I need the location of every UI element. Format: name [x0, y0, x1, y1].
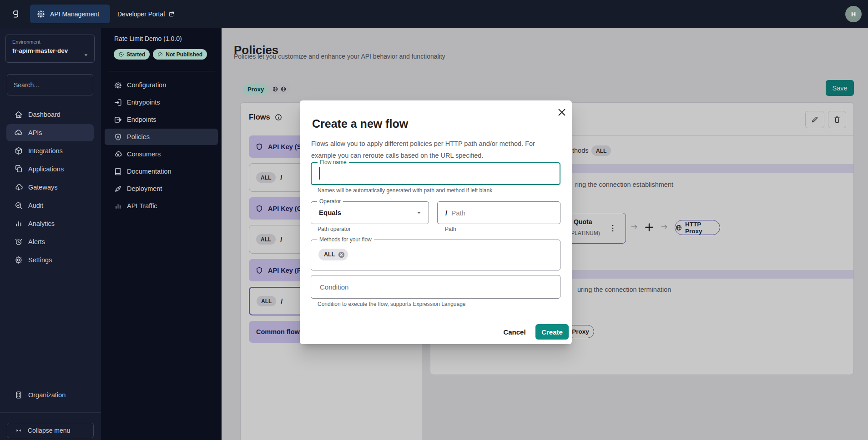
dialog-title: Create a new flow: [312, 117, 408, 130]
path-field: /: [437, 201, 560, 224]
product-label: Developer Portal: [117, 10, 165, 18]
sb-item-organization[interactable]: Organization: [0, 386, 101, 404]
sb-item-audit[interactable]: Audit: [0, 196, 101, 215]
remove-method-icon[interactable]: [338, 251, 345, 259]
divider: [0, 412, 101, 413]
gravitee-logo-icon[interactable]: [7, 5, 25, 23]
notifications-bell-icon[interactable]: [827, 9, 836, 19]
status-badge-not-published: Not Published: [153, 49, 207, 60]
sidebar-nav: DashboardAPIsIntegrationsApplicationsGat…: [0, 105, 101, 269]
environment-select[interactable]: Environment fr-apim-master-dev: [5, 35, 95, 63]
nav-label: Configuration: [127, 81, 166, 89]
api-item-endpoints[interactable]: Endpoints: [101, 111, 222, 128]
apps-icon: [14, 165, 23, 174]
nav-label: API Traffic: [127, 202, 157, 210]
chevron-down-icon: [415, 209, 423, 217]
api-item-api-traffic[interactable]: API Traffic: [101, 197, 222, 215]
sb-item-integrations[interactable]: Integrations: [0, 142, 101, 160]
nav-label: Policies: [127, 133, 150, 140]
sb-item-alerts[interactable]: Alerts: [0, 233, 101, 251]
badge-label: Started: [126, 51, 145, 58]
sidebar-search: [7, 74, 93, 95]
cancel-button[interactable]: Cancel: [499, 324, 530, 340]
consumers-icon: [114, 150, 122, 159]
book-icon: [114, 167, 122, 176]
sidebar-footer-nav: Organization: [0, 386, 101, 404]
sb-item-dashboard[interactable]: Dashboard: [0, 105, 101, 124]
api-item-configuration[interactable]: Configuration: [101, 76, 222, 94]
rocket-icon: [114, 185, 122, 193]
nav-label: Dashboard: [28, 111, 61, 118]
bars-icon: [114, 202, 122, 210]
divider: [0, 378, 101, 378]
gear-icon: [14, 255, 23, 265]
product-label: API Management: [50, 10, 99, 18]
api-title: Rate Limit Demo (1.0.0): [114, 35, 182, 42]
api-item-policies[interactable]: Policies: [101, 128, 222, 145]
path-input[interactable]: [450, 209, 537, 217]
sb-item-apis[interactable]: APIs: [0, 124, 101, 142]
path-prefix: /: [445, 209, 447, 217]
nav-label: Deployment: [127, 185, 162, 192]
api-menu: Rate Limit Demo (1.0.0) StartedNot Publi…: [101, 28, 222, 440]
building-icon: [14, 390, 23, 400]
nav-label: APIs: [28, 129, 42, 136]
nav-label: Endpoints: [127, 116, 156, 123]
operator-select[interactable]: Operator Equals: [311, 201, 429, 224]
audit-icon: [14, 201, 23, 210]
cloud-icon: [14, 128, 23, 137]
condition-field: [311, 275, 560, 299]
nav-label: Integrations: [28, 147, 63, 155]
sb-item-applications[interactable]: Applications: [0, 160, 101, 178]
nav-label: Analytics: [28, 220, 55, 227]
operator-label: Operator: [317, 198, 343, 205]
environment-label: Environment: [12, 39, 88, 45]
close-icon[interactable]: [556, 106, 568, 118]
api-status-badges: StartedNot Published: [114, 49, 207, 60]
condition-input[interactable]: [319, 280, 551, 293]
exit-icon: [114, 115, 122, 124]
dialog-description: Flows allow you to apply different polic…: [311, 138, 552, 161]
tab-api-management[interactable]: API Management: [30, 5, 110, 23]
nav-label: Applications: [28, 165, 64, 173]
nav-label: Settings: [28, 256, 52, 264]
create-button[interactable]: Create: [535, 324, 569, 340]
badge-label: Not Published: [166, 51, 202, 58]
nav-label: Audit: [28, 202, 43, 209]
api-item-deployment[interactable]: Deployment: [101, 180, 222, 197]
gear-icon: [114, 81, 122, 90]
operator-helper: Path operator: [318, 226, 351, 232]
playc-icon: [118, 51, 124, 57]
entry-icon: [114, 98, 122, 107]
create-flow-dialog: Create a new flow Flows allow you to app…: [300, 100, 572, 344]
top-bar: API Management Developer Portal H: [0, 0, 868, 28]
nav-label: Organization: [28, 391, 66, 399]
cube-icon: [14, 146, 23, 155]
home-icon: [14, 110, 23, 119]
path-helper: Path: [445, 226, 456, 232]
collapse-label: Collapse menu: [28, 427, 70, 434]
search-input[interactable]: [13, 81, 97, 89]
condition-helper: Condition to execute the flow, supports …: [318, 301, 466, 307]
methods-field[interactable]: Methods for your flow ALL: [311, 240, 560, 270]
sb-item-gateways[interactable]: Gateways: [0, 178, 101, 196]
nav-label: Alerts: [28, 238, 45, 245]
method-chip: ALL: [318, 249, 348, 260]
nav-label: Consumers: [127, 150, 161, 158]
avatar[interactable]: H: [845, 6, 862, 22]
nav-label: Documentation: [127, 168, 172, 175]
api-item-documentation[interactable]: Documentation: [101, 163, 222, 180]
app-window: API Management Developer Portal H Enviro…: [0, 0, 868, 440]
api-item-consumers[interactable]: Consumers: [101, 145, 222, 163]
flow-name-input[interactable]: [319, 167, 551, 180]
nav-label: Gateways: [28, 184, 57, 191]
sb-item-analytics[interactable]: Analytics: [0, 215, 101, 233]
api-item-entrypoints[interactable]: Entrypoints: [101, 94, 222, 111]
tab-developer-portal[interactable]: Developer Portal: [117, 0, 175, 28]
collapse-menu-button[interactable]: Collapse menu: [7, 423, 94, 438]
sb-item-settings[interactable]: Settings: [0, 251, 101, 269]
operator-value: Equals: [319, 209, 341, 216]
methods-label: Methods for your flow: [317, 236, 374, 243]
flow-name-field: Flow name: [311, 162, 560, 185]
divider: [108, 71, 215, 71]
